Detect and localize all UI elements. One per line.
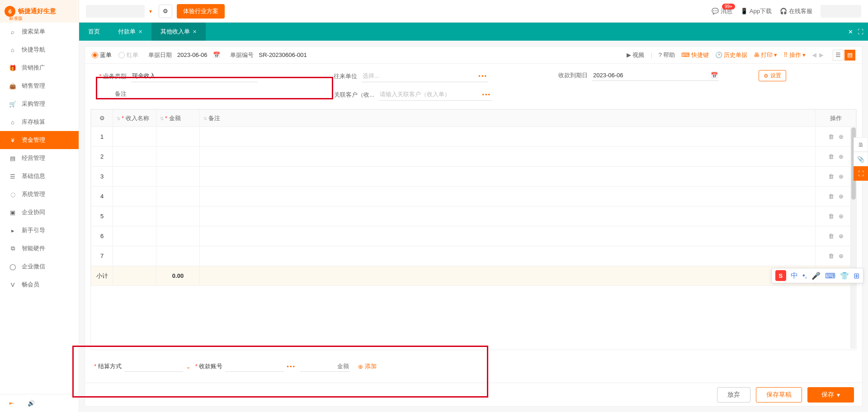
copy-row-icon[interactable]: ⊕ (839, 173, 844, 180)
close-all-icon[interactable]: ✕ (848, 28, 853, 35)
close-icon[interactable]: ✕ (138, 29, 142, 35)
cell-amount[interactable] (156, 147, 200, 167)
cell-income-name[interactable] (113, 167, 156, 187)
delete-row-icon[interactable]: 🗑 (828, 193, 834, 200)
table-row[interactable]: 6 🗑 ⊕ (91, 226, 856, 246)
sidebar-item-sales[interactable]: 👜销售管理 (0, 77, 79, 95)
print-action[interactable]: 🖶打印▾ (754, 51, 777, 59)
collapse-icon[interactable]: ⇤ (9, 400, 14, 407)
header-remark[interactable]: ⇅备注 (200, 110, 816, 127)
date-value[interactable]: 2023-06-06 (177, 52, 208, 58)
cell-remark[interactable] (200, 206, 816, 226)
cell-remark[interactable] (200, 226, 816, 246)
copy-row-icon[interactable]: ⊕ (839, 213, 844, 220)
cell-remark[interactable] (200, 127, 816, 147)
chevron-down-icon[interactable]: ⌄ (186, 363, 191, 370)
due-date-input[interactable]: 2023-06-06 📅 (592, 70, 719, 81)
sidebar-item-vip[interactable]: V畅会员 (0, 276, 79, 294)
delete-row-icon[interactable]: 🗑 (828, 133, 834, 140)
table-settings-header[interactable]: ⚙ (91, 110, 113, 127)
sidebar-item-funds[interactable]: ¥资金管理 (0, 131, 79, 149)
support-link[interactable]: 🎧在线客服 (780, 7, 812, 15)
copy-row-icon[interactable]: ⊕ (839, 193, 844, 200)
add-settlement-button[interactable]: ⊕ 添加 (358, 362, 377, 370)
copy-row-icon[interactable]: ⊕ (839, 133, 844, 140)
biz-type-select[interactable]: 现金收入 ⌄ (131, 70, 258, 82)
table-row[interactable]: 3 🗑 ⊕ (91, 167, 856, 187)
delete-row-icon[interactable]: 🗑 (828, 213, 834, 220)
header-amount[interactable]: ⇅金额 (156, 110, 200, 127)
cell-remark[interactable] (200, 187, 816, 206)
next-icon[interactable]: ▶ (819, 52, 824, 58)
discard-button[interactable]: 放弃 (717, 387, 750, 403)
save-draft-button[interactable]: 保存草稿 (756, 387, 802, 403)
history-action[interactable]: 🕑历史单据 (715, 51, 747, 59)
fullscreen-icon[interactable]: ⛶ (858, 28, 863, 35)
help-action[interactable]: ?帮助 (659, 51, 675, 59)
form-settings-button[interactable]: ⚙设置 (759, 70, 786, 81)
side-tool-note[interactable]: 🗎 (854, 137, 868, 152)
ime-mic-icon[interactable]: 🎤 (811, 272, 821, 280)
sidebar-item-quicknav[interactable]: ⌂快捷导航 (0, 41, 79, 59)
save-button[interactable]: 保存▾ (807, 387, 854, 403)
account-input[interactable] (225, 361, 284, 372)
tab-other-income[interactable]: 其他收入单✕ (151, 23, 206, 41)
prev-icon[interactable]: ◀ (812, 52, 816, 58)
cell-income-name[interactable] (113, 206, 156, 226)
sidebar-item-collab[interactable]: ▣企业协同 (0, 203, 79, 221)
sidebar-item-hardware[interactable]: ⧉智能硬件 (0, 239, 79, 258)
tab-home[interactable]: 首页 (79, 23, 109, 41)
cell-amount[interactable] (156, 226, 200, 246)
delete-row-icon[interactable]: 🗑 (828, 173, 834, 180)
copy-row-icon[interactable]: ⊕ (839, 253, 844, 259)
video-action[interactable]: ▶视频 (627, 51, 644, 59)
table-row[interactable]: 7 🗑 ⊕ (91, 246, 856, 266)
cell-amount[interactable] (156, 167, 200, 187)
cell-amount[interactable] (156, 187, 200, 206)
view-list-button[interactable]: ☰ (833, 50, 844, 61)
tab-payment[interactable]: 付款单✕ (109, 23, 151, 41)
cell-amount[interactable] (156, 206, 200, 226)
radio-red[interactable]: 红单 (118, 51, 138, 59)
cell-remark[interactable] (200, 246, 816, 266)
ime-punct-icon[interactable]: •, (802, 272, 807, 280)
calendar-icon[interactable]: 📅 (213, 52, 220, 58)
sidebar-item-operations[interactable]: ▤经营管理 (0, 149, 79, 167)
cell-remark[interactable] (200, 167, 816, 187)
cell-income-name[interactable] (113, 187, 156, 206)
header-income-name[interactable]: ⇅收入名称 (113, 110, 156, 127)
copy-row-icon[interactable]: ⊕ (839, 233, 844, 239)
delete-row-icon[interactable]: 🗑 (828, 253, 834, 259)
ime-skin-icon[interactable]: 👕 (840, 272, 849, 280)
ime-lang[interactable]: 中 (791, 271, 798, 281)
remark-input[interactable] (131, 89, 258, 99)
delete-row-icon[interactable]: 🗑 (828, 153, 834, 160)
cell-income-name[interactable] (113, 226, 156, 246)
table-row[interactable]: 5 🗑 ⊕ (91, 206, 856, 226)
table-row[interactable]: 1 🗑 ⊕ (91, 127, 856, 147)
cell-income-name[interactable] (113, 127, 156, 147)
sidebar-item-wechat[interactable]: ◯企业微信 (0, 258, 79, 276)
settle-method-input[interactable] (124, 361, 183, 372)
ime-toolbox-icon[interactable]: ⊞ (854, 272, 859, 280)
operate-action[interactable]: ⠿操作▾ (783, 51, 806, 59)
sound-icon[interactable]: 🔊 (28, 400, 35, 407)
cell-amount[interactable] (156, 246, 200, 266)
customer-select[interactable]: 请输入关联客户（收入单） ••• (379, 89, 492, 101)
cell-income-name[interactable] (113, 246, 156, 266)
messages-link[interactable]: 💬 消息 99+ (712, 7, 732, 15)
cell-income-name[interactable] (113, 147, 156, 167)
sidebar-item-inventory[interactable]: ⌂库存核算 (0, 113, 79, 131)
amount-input[interactable] (300, 361, 350, 372)
company-selector[interactable]: ▾ (86, 5, 152, 18)
user-avatar[interactable] (821, 5, 861, 18)
close-icon[interactable]: ✕ (193, 29, 197, 35)
sidebar-item-search[interactable]: ⌕搜索菜单 (0, 23, 79, 41)
sidebar-item-purchase[interactable]: 🛒采购管理 (0, 95, 79, 113)
ime-keyboard-icon[interactable]: ⌨ (825, 272, 835, 280)
view-form-button[interactable]: ▤ (844, 50, 855, 61)
sidebar-item-guide[interactable]: ▸新手引导 (0, 221, 79, 239)
sidebar-item-system[interactable]: ◌系统管理 (0, 185, 79, 203)
cell-remark[interactable] (200, 147, 816, 167)
table-row[interactable]: 4 🗑 ⊕ (91, 187, 856, 206)
